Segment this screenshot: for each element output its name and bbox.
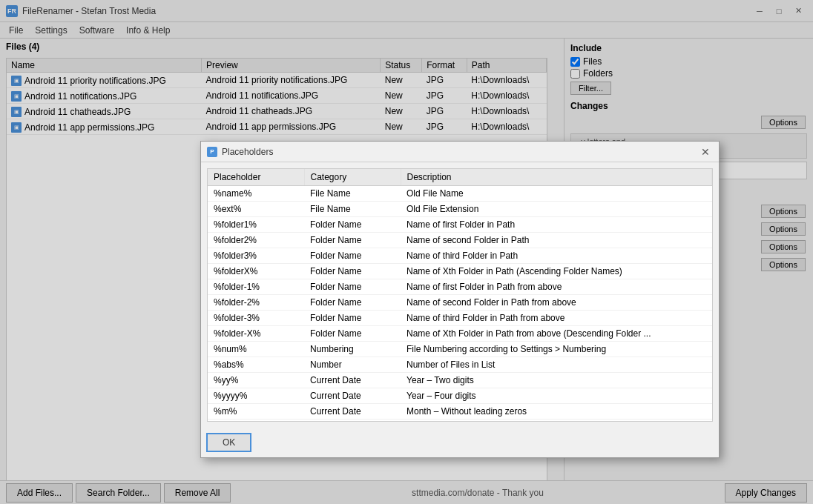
cell-description: Name of third Folder in Path bbox=[401, 248, 712, 264]
placeholder-table: Placeholder Category Description %name% … bbox=[208, 169, 712, 421]
cell-placeholder: %num% bbox=[208, 342, 304, 357]
modal-footer: OK bbox=[201, 428, 719, 457]
placeholder-row[interactable]: %folder-X% Folder Name Name of Xth Folde… bbox=[208, 326, 712, 342]
cell-description: Name of first Folder in Path bbox=[401, 217, 712, 233]
cell-category: Folder Name bbox=[304, 311, 401, 326]
cell-placeholder: %name% bbox=[208, 186, 304, 202]
ph-col-placeholder: Placeholder bbox=[208, 169, 304, 186]
modal-title: Placeholders bbox=[222, 147, 273, 157]
cell-category: Current Date bbox=[304, 420, 401, 422]
cell-placeholder: %yy% bbox=[208, 373, 304, 388]
cell-category: Current Date bbox=[304, 373, 401, 388]
cell-description: Old File Name bbox=[401, 186, 712, 202]
cell-category: Numbering bbox=[304, 342, 401, 357]
cell-placeholder: %folder-2% bbox=[208, 295, 304, 311]
cell-description: Year – Four digits bbox=[401, 388, 712, 404]
cell-placeholder: %folder3% bbox=[208, 248, 304, 264]
cell-placeholder: %folder-X% bbox=[208, 326, 304, 342]
modal-table-wrapper[interactable]: Placeholder Category Description %name% … bbox=[208, 169, 712, 421]
cell-category: Current Date bbox=[304, 388, 401, 404]
cell-description: File Numbering according to Settings > N… bbox=[401, 342, 712, 357]
cell-category: Current Date bbox=[304, 404, 401, 420]
cell-category: Folder Name bbox=[304, 279, 401, 295]
placeholder-row[interactable]: %yyyy% Current Date Year – Four digits bbox=[208, 388, 712, 404]
placeholder-row[interactable]: %yy% Current Date Year – Two digits bbox=[208, 373, 712, 388]
cell-description: Name of third Folder in Path from above bbox=[401, 311, 712, 326]
cell-category: Folder Name bbox=[304, 248, 401, 264]
cell-description: Number of Files in List bbox=[401, 357, 712, 373]
cell-description: Month – Without leading zeros bbox=[401, 404, 712, 420]
placeholder-row[interactable]: %folder-1% Folder Name Name of first Fol… bbox=[208, 279, 712, 295]
cell-placeholder: %abs% bbox=[208, 357, 304, 373]
modal-title-left: P Placeholders bbox=[207, 147, 273, 157]
cell-placeholder: %mm% bbox=[208, 420, 304, 422]
cell-placeholder: %yyyy% bbox=[208, 388, 304, 404]
cell-placeholder: %folder-1% bbox=[208, 279, 304, 295]
placeholder-row[interactable]: %abs% Number Number of Files in List bbox=[208, 357, 712, 373]
cell-placeholder: %ext% bbox=[208, 202, 304, 217]
cell-category: File Name bbox=[304, 186, 401, 202]
ph-col-description: Description bbox=[401, 169, 712, 186]
placeholder-row[interactable]: %folder1% Folder Name Name of first Fold… bbox=[208, 217, 712, 233]
placeholder-row[interactable]: %ext% File Name Old File Extension bbox=[208, 202, 712, 217]
cell-description: Name of second Folder in Path from above bbox=[401, 295, 712, 311]
modal-title-bar: P Placeholders ✕ bbox=[201, 142, 719, 162]
modal-icon: P bbox=[207, 147, 217, 157]
placeholder-row[interactable]: %name% File Name Old File Name bbox=[208, 186, 712, 202]
cell-placeholder: %folder-3% bbox=[208, 311, 304, 326]
cell-category: Folder Name bbox=[304, 233, 401, 248]
modal-overlay: P Placeholders ✕ Placeholder Category De… bbox=[0, 0, 813, 504]
modal-body: Placeholder Category Description %name% … bbox=[207, 168, 713, 422]
placeholder-row[interactable]: %m% Current Date Month – Without leading… bbox=[208, 404, 712, 420]
modal-ok-button[interactable]: OK bbox=[207, 434, 251, 451]
placeholder-row[interactable]: %num% Numbering File Numbering according… bbox=[208, 342, 712, 357]
cell-category: File Name bbox=[304, 202, 401, 217]
ph-col-category: Category bbox=[304, 169, 401, 186]
cell-description: Name of Xth Folder in Path (Ascending Fo… bbox=[401, 264, 712, 279]
placeholder-row[interactable]: %folder3% Folder Name Name of third Fold… bbox=[208, 248, 712, 264]
placeholders-modal: P Placeholders ✕ Placeholder Category De… bbox=[200, 141, 720, 458]
placeholder-row[interactable]: %mm% Current Date Month – Two digits wit… bbox=[208, 420, 712, 422]
cell-description: Old File Extension bbox=[401, 202, 712, 217]
cell-category: Folder Name bbox=[304, 264, 401, 279]
cell-placeholder: %folderX% bbox=[208, 264, 304, 279]
placeholder-row[interactable]: %folder-3% Folder Name Name of third Fol… bbox=[208, 311, 712, 326]
cell-placeholder: %folder1% bbox=[208, 217, 304, 233]
placeholder-row[interactable]: %folderX% Folder Name Name of Xth Folder… bbox=[208, 264, 712, 279]
cell-description: Name of Xth Folder in Path from above (D… bbox=[401, 326, 712, 342]
cell-category: Folder Name bbox=[304, 326, 401, 342]
cell-description: Month – Two digits with leading zeros bbox=[401, 420, 712, 422]
placeholder-row[interactable]: %folder-2% Folder Name Name of second Fo… bbox=[208, 295, 712, 311]
cell-category: Folder Name bbox=[304, 217, 401, 233]
cell-category: Folder Name bbox=[304, 295, 401, 311]
cell-description: Name of first Folder in Path from above bbox=[401, 279, 712, 295]
cell-category: Number bbox=[304, 357, 401, 373]
modal-close-button[interactable]: ✕ bbox=[698, 145, 713, 159]
cell-description: Name of second Folder in Path bbox=[401, 233, 712, 248]
cell-description: Year – Two digits bbox=[401, 373, 712, 388]
cell-placeholder: %folder2% bbox=[208, 233, 304, 248]
placeholder-row[interactable]: %folder2% Folder Name Name of second Fol… bbox=[208, 233, 712, 248]
cell-placeholder: %m% bbox=[208, 404, 304, 420]
